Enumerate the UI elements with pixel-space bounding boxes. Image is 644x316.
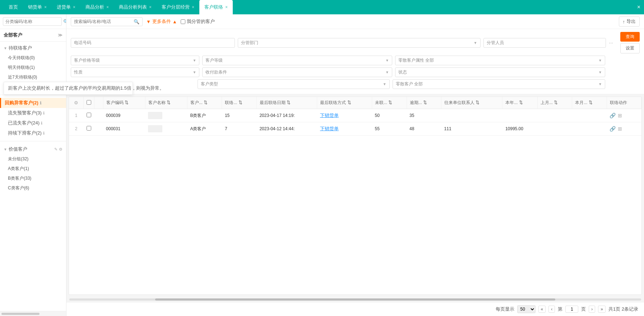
tab-analysis[interactable]: 商品分析 ×	[80, 0, 114, 14]
tab-home[interactable]: 首页	[4, 0, 23, 14]
query-button[interactable]: 查询	[620, 32, 640, 42]
row-checkbox[interactable]	[87, 126, 91, 131]
col-header-contact[interactable]: 联络... ⇅	[222, 97, 257, 109]
dept-field[interactable]: 分管部门 ▼	[238, 38, 481, 48]
sidebar-item-tomorrow[interactable]: 明天待联络(1)	[0, 63, 66, 72]
close-icon[interactable]: ×	[149, 5, 152, 10]
more-conditions-button[interactable]: ▼ 更多条件 ▲	[146, 18, 177, 25]
col-header-name[interactable]: 客户名称 ⇅	[145, 97, 187, 109]
customer-level-field[interactable]: 客户等级 ▼	[202, 56, 392, 65]
payment-field[interactable]: 收付款条件 ▼	[202, 67, 392, 77]
sidebar-item-classC[interactable]: C类客户(6)	[0, 183, 66, 193]
settings-button[interactable]: 设置	[620, 43, 640, 53]
col-header-this-month[interactable]: 本月... ⇅	[572, 97, 607, 109]
last-method-link[interactable]: 下销货单	[320, 113, 339, 118]
sidebar-item-repurchase-abnormal[interactable]: 回购异常客户(2) ℹ	[0, 98, 66, 108]
sort-icon: ⇅	[167, 100, 171, 105]
search-input[interactable]	[74, 19, 132, 24]
horizontal-scrollbar[interactable]	[66, 297, 644, 302]
close-icon[interactable]: ×	[225, 5, 228, 10]
col-header-this-year[interactable]: 本年... ⇅	[502, 97, 538, 109]
sidebar-item-today[interactable]: 今天待联络(0)	[0, 53, 66, 63]
close-icon[interactable]: ×	[44, 5, 47, 10]
col-header-no-contact[interactable]: 未联... ⇅	[372, 97, 407, 109]
cell-empty	[94, 109, 103, 122]
row-checkbox[interactable]	[87, 113, 91, 117]
page-number-input[interactable]	[565, 306, 578, 313]
my-customers-checkbox[interactable]	[181, 19, 185, 24]
tab-analysis-list[interactable]: 商品分析列表 ×	[114, 0, 157, 14]
chevron-down-icon: ▼	[598, 82, 602, 86]
first-page-button[interactable]: «	[538, 306, 546, 313]
col-header-contact-person[interactable]: 往来单位联系人 ⇅	[441, 97, 502, 109]
tab-customer-tier[interactable]: 客户分层经营 ×	[157, 0, 199, 14]
sidebar-item-lost[interactable]: 已流失客户(24) ℹ	[0, 118, 66, 128]
page-unit-label: 页	[581, 306, 586, 312]
close-all-button[interactable]: ×	[637, 4, 640, 10]
sidebar-group-value[interactable]: ▼ 价值客户 ✎ ⚙	[0, 144, 66, 154]
sidebar-search-button[interactable]: 🔍	[63, 19, 66, 24]
sidebar-item-7days[interactable]: 近7天待联络(0)	[0, 72, 66, 82]
edit-icon[interactable]: ✎	[54, 147, 57, 152]
sidebar-all-customers-label: 全部客户	[4, 32, 22, 38]
last-method-link[interactable]: 下销货单	[320, 126, 339, 131]
retail-attr-field[interactable]: 零散客户属性 全部 ▼	[395, 56, 605, 65]
settings-icon[interactable]: ⚙	[59, 147, 62, 152]
sidebar-item-classA[interactable]: A类客户(1)	[0, 164, 66, 174]
status-field[interactable]: 状态 ▼	[395, 67, 605, 77]
contact-link-icon[interactable]: 🔗	[610, 126, 616, 132]
sidebar-search-input[interactable]	[3, 17, 62, 26]
action-menu-icon[interactable]: ⊞	[618, 113, 622, 118]
col-header-last-month[interactable]: 上月... ⇅	[537, 97, 572, 109]
search-icon[interactable]: 🔍	[134, 19, 139, 24]
sort-icon: ⇅	[589, 100, 593, 105]
tab-sales[interactable]: 销货单 ×	[23, 0, 52, 14]
sort-icon: ⇅	[423, 100, 427, 105]
info-icon: ℹ	[41, 121, 42, 126]
table-row: 2 000031 A类客户 7 2023-04-12 14:44:	[69, 122, 641, 136]
sidebar-item-loss-warning[interactable]: 流失预警客户(3) ℹ	[0, 108, 66, 118]
sidebar-item-classB[interactable]: B类客户(33)	[0, 174, 66, 183]
retail-customer-field[interactable]: 零散客户 全部 ▼	[393, 79, 605, 89]
sort-icon: ⇅	[476, 100, 479, 105]
filter-row-1: 电话号码 分管部门 ▼ 分管人员 ··· 查询 设置	[71, 32, 640, 53]
price-level-field[interactable]: 客户价格等级 ▼	[71, 56, 199, 65]
close-icon[interactable]: ×	[192, 5, 194, 10]
cell-overdue: 48	[407, 122, 441, 136]
col-header-last-date[interactable]: 最后联络日期 ⇅	[256, 97, 317, 109]
col-header-code[interactable]: 客户编码 ⇅	[103, 97, 145, 109]
select-all-checkbox[interactable]	[87, 100, 91, 105]
per-page-label: 每页显示	[496, 306, 514, 312]
chevron-up-icon: ▲	[172, 19, 177, 24]
col-header-last-method[interactable]: 最后联络方式 ⇅	[317, 97, 372, 109]
cell-code: 000031	[103, 122, 145, 136]
contact-link-icon[interactable]: 🔗	[610, 113, 616, 118]
sort-icon: ⇅	[287, 100, 291, 105]
next-page-button[interactable]: ›	[589, 306, 595, 313]
cell-overdue: 35	[407, 109, 441, 122]
more-options-button[interactable]: ···	[607, 40, 615, 46]
sidebar-item-declining[interactable]: 持续下滑客户(2) ℹ	[0, 128, 66, 138]
last-page-button[interactable]: »	[598, 306, 606, 313]
tab-customer-contact[interactable]: 客户联络 ×	[199, 0, 233, 14]
sidebar-bottom-scroll	[0, 311, 66, 316]
customer-type-field[interactable]: 客户类型 ▼	[198, 79, 390, 89]
scrollbar-thumb[interactable]	[155, 298, 555, 301]
prev-page-button[interactable]: ‹	[548, 306, 555, 313]
tab-purchase[interactable]: 进货单 ×	[52, 0, 80, 14]
col-header-check	[83, 97, 94, 109]
action-menu-icon[interactable]: ⊞	[618, 126, 622, 132]
cell-action: 🔗 ⊞	[607, 109, 641, 122]
col-header-overdue[interactable]: 逾期... ⇅	[407, 97, 441, 109]
chevron-down-icon: ▼	[4, 46, 7, 50]
close-icon[interactable]: ×	[106, 5, 109, 10]
nature-field[interactable]: 性质 ▼	[71, 67, 199, 77]
sidebar-collapse-button[interactable]: ≫	[58, 33, 62, 38]
sidebar-group-pending-contact[interactable]: ▼ 待联络客户	[0, 43, 66, 53]
close-icon[interactable]: ×	[73, 5, 75, 10]
export-button[interactable]: ↑ 导出	[619, 16, 640, 27]
per-page-select[interactable]: 50 20 100	[517, 305, 536, 313]
sidebar-item-ungrouped[interactable]: 未分组(32)	[0, 154, 66, 164]
table-settings-button[interactable]: ⚙	[74, 100, 78, 105]
col-header-type[interactable]: 客户... ⇅	[187, 97, 222, 109]
